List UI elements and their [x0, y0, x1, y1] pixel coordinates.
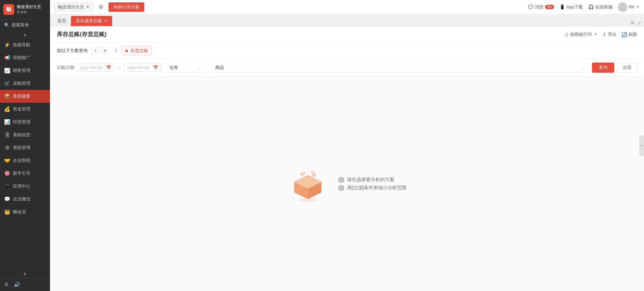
user-avatar[interactable]: Rit ▼ [618, 2, 640, 12]
search-label: 搜索菜单 [11, 22, 29, 28]
add-filter-button[interactable]: ＋ [92, 47, 99, 54]
right-panel-arrow[interactable]: › [639, 136, 644, 156]
breadcrumb[interactable]: 畅捷通好生意 ▼ [54, 2, 94, 12]
marketing-icon: 📢 [4, 55, 10, 61]
finance-icon: 💰 [4, 106, 10, 112]
export-button[interactable]: ⬇ 导出 [602, 31, 617, 38]
user-name: Rit [629, 4, 634, 9]
sidebar-item-finance[interactable]: 💰 资金管理 [0, 103, 50, 116]
message-button[interactable]: 💬 消息 99+ [528, 4, 554, 10]
sidebar-item-member[interactable]: 👑 畅会员 [0, 205, 50, 218]
online-service-label: 在线客服 [595, 4, 613, 10]
svg-point-6 [312, 174, 316, 177]
sidebar: 畅 畅捷通好生意 标准版 🔍 搜索菜单 ▲ ⚡ 快捷导航 📢 营销推广 📈 销售… [0, 0, 50, 291]
quicknav-icon: ⚡ [4, 42, 10, 48]
sidebar-item-label: 快捷导航 [13, 42, 30, 48]
product-more-icon[interactable]: ··· [580, 65, 584, 70]
sidebar-item-guide[interactable]: 🎯 新手引导 [0, 167, 50, 180]
page-header: 库存总账(存货总账) 🖨 按模板打印 ▼ ⬇ 导出 🔄 刷新 [50, 26, 644, 43]
calendar-end-icon[interactable]: 📅 [153, 65, 158, 70]
audio-footer-icon[interactable]: 🔊 [14, 282, 20, 288]
tab-home[interactable]: 首页 [53, 16, 71, 26]
product-label: 商品 [215, 65, 224, 71]
panel-resize-icon[interactable]: ⤢ [637, 20, 641, 26]
empty-tips: 1 请先选择要分析的方案 2 用[过滤]条件来缩小分析范围 [338, 175, 406, 193]
tab-close-icon[interactable]: ✕ [104, 19, 107, 23]
sidebar-item-apps[interactable]: 📱 应用中心 [0, 180, 50, 193]
warehouse-more-icon[interactable]: ··· [196, 65, 200, 70]
date-filter-group: 记账日期 yyyy-mm-dd 📅 — yyyy-mm-dd 📅 [57, 64, 161, 72]
system-icon: ⚙ [4, 145, 10, 151]
product-filter-group: 商品 ··· [213, 63, 587, 72]
online-service-button[interactable]: 🎧 在线客服 [588, 4, 613, 10]
operations-icon: 📊 [4, 119, 10, 125]
sidebar-item-label: 营销推广 [13, 55, 30, 61]
sidebar-item-label: 应用中心 [13, 183, 30, 189]
sidebar-item-sales[interactable]: 📈 销售管理 [0, 64, 50, 77]
panel-close-icon[interactable]: ✕ [630, 20, 635, 26]
industry-solution-button[interactable]: 体验行业方案 [108, 2, 144, 12]
sidebar-item-cooperation[interactable]: 🤝 企业协同 [0, 154, 50, 167]
sidebar-item-system[interactable]: ⚙ 系统管理 [0, 141, 50, 154]
content-area: 库存总账(存货总账) 🖨 按模板打印 ▼ ⬇ 导出 🔄 刷新 按以下方案查询 [50, 26, 644, 291]
tip-num-1: 1 [338, 177, 344, 183]
sidebar-item-quicknav[interactable]: ⚡ 快捷导航 [0, 39, 50, 51]
message-icon: 💬 [528, 4, 534, 9]
date-start-placeholder: yyyy-mm-dd [80, 65, 102, 70]
date-separator: — [117, 65, 121, 70]
page-title: 库存总账(存货总账) [57, 30, 106, 38]
refresh-label: 刷新 [628, 31, 637, 38]
top-bar: 畅捷通好生意 ▼ ⚙ 体验行业方案 💬 消息 99+ 📱 App下载 🎧 在线客… [50, 0, 644, 14]
warehouse-label: 仓库 [169, 65, 178, 71]
sidebar-item-marketing[interactable]: 📢 营销推广 [0, 51, 50, 64]
inventory-icon: 📦 [4, 93, 10, 99]
sidebar-footer: ⚙ 🔊 [0, 278, 50, 291]
print-label: 按模板打印 [570, 31, 592, 38]
page-header-actions: 🖨 按模板打印 ▼ ⬇ 导出 🔄 刷新 [564, 31, 637, 38]
sidebar-item-inventory[interactable]: 📦 库存核算 [0, 90, 50, 103]
empty-illustration [288, 164, 328, 204]
filter-label: 按以下方案查询 [57, 48, 88, 54]
sidebar-item-label: 企业微信 [13, 196, 30, 202]
date-end-placeholder: yyyy-mm-dd [127, 65, 149, 70]
refresh-button[interactable]: 🔄 刷新 [621, 31, 637, 38]
sidebar-scroll-down[interactable]: ▼ [0, 270, 50, 278]
tab-inventory-cost[interactable]: 库存成本总账 ✕ [71, 16, 112, 26]
warehouse-input[interactable]: 仓库 ··· [167, 63, 207, 72]
sidebar-item-basic[interactable]: 🗄 基础信息 [0, 128, 50, 141]
print-chevron-icon: ▼ [593, 32, 598, 37]
print-button[interactable]: 🖨 按模板打印 ▼ [564, 31, 598, 38]
sidebar-search[interactable]: 🔍 搜索菜单 [0, 19, 50, 31]
sidebar-scroll-up[interactable]: ▲ [0, 31, 50, 39]
settings-gear-icon[interactable]: ⚙ [96, 2, 106, 12]
empty-inner: 1 请先选择要分析的方案 2 用[过滤]条件来缩小分析范围 [288, 164, 406, 204]
sidebar-item-operations[interactable]: 📊 经营管理 [0, 116, 50, 128]
tip-text-1: 请先选择要分析的方案 [347, 177, 394, 183]
arrow-icon: › [639, 145, 644, 146]
sidebar-item-wechat[interactable]: 💬 企业微信 [0, 193, 50, 205]
date-label: 记账日期 [57, 65, 74, 71]
logo-badge: 标准版 [17, 10, 41, 15]
sidebar-item-label: 销售管理 [13, 68, 30, 74]
app-download-label: App下载 [566, 4, 583, 10]
product-input[interactable]: 商品 ··· [213, 63, 587, 72]
date-start-input[interactable]: yyyy-mm-dd 📅 [77, 64, 114, 72]
filter-collapse-icon[interactable]: 《 [113, 48, 117, 54]
sidebar-item-purchase[interactable]: 🛒 采购管理 [0, 77, 50, 90]
app-download-button[interactable]: 📱 App下载 [560, 4, 583, 10]
chevron-down-icon: ▼ [85, 4, 90, 9]
delete-filter-button[interactable]: ✕ [101, 47, 108, 54]
settings-button[interactable]: 设置 [617, 63, 637, 73]
panel-controls: ✕ ⤢ [630, 20, 641, 26]
top-bar-left: 畅捷通好生意 ▼ ⚙ 体验行业方案 [54, 2, 525, 12]
filter-scheme-tag[interactable]: ● 存货总账 [121, 46, 152, 55]
calendar-start-icon[interactable]: 📅 [106, 65, 111, 70]
date-end-input[interactable]: yyyy-mm-dd 📅 [124, 64, 161, 72]
cooperation-icon: 🤝 [4, 157, 10, 164]
purchase-icon: 🛒 [4, 80, 10, 87]
tip-num-2: 2 [338, 185, 344, 191]
query-button[interactable]: 查询 [592, 63, 614, 73]
logo-title: 畅捷通好生意 [17, 4, 41, 10]
settings-footer-icon[interactable]: ⚙ [4, 282, 8, 288]
svg-point-3 [307, 177, 309, 179]
